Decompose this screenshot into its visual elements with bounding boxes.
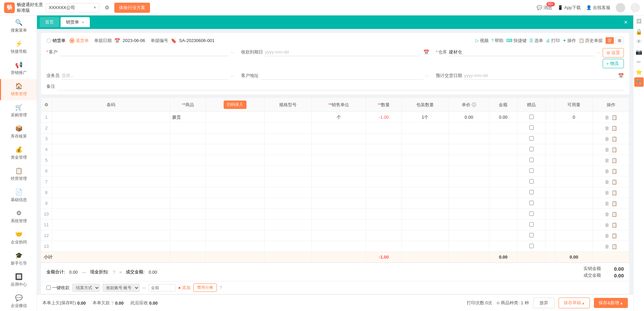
row-gift[interactable] — [517, 123, 545, 133]
save-new-button[interactable]: 保存&新增 ▲ — [594, 298, 628, 308]
select-action[interactable]: ☰ 选单 — [529, 38, 543, 44]
row-spec[interactable] — [264, 209, 311, 220]
payment-dots[interactable]: ··· — [142, 285, 146, 290]
right-panel-edit-icon[interactable]: ✏ — [634, 57, 644, 67]
company-selector[interactable]: XXXXXX公司 ▼ — [46, 3, 100, 12]
row-qty[interactable] — [366, 166, 402, 177]
row-spec[interactable] — [264, 123, 311, 133]
row-delete-icon[interactable]: 🗑 — [605, 222, 609, 228]
row-price[interactable] — [449, 177, 489, 187]
row-gift[interactable] — [517, 220, 545, 230]
row-product[interactable] — [170, 177, 205, 187]
row-qty[interactable] — [366, 209, 402, 220]
row-gift[interactable] — [517, 177, 545, 187]
row-copy-icon[interactable]: 📋 — [611, 179, 617, 185]
row-copy-icon[interactable]: 📋 — [611, 211, 617, 217]
row-product[interactable] — [170, 230, 205, 241]
row-delete-icon[interactable]: 🗑 — [605, 115, 609, 120]
total-owe-help-icon[interactable]: ? — [111, 301, 114, 306]
row-product[interactable] — [170, 241, 205, 252]
row-gift[interactable] — [517, 133, 545, 144]
row-qty[interactable] — [366, 241, 402, 252]
online-support-button[interactable]: 👤 在线客服 — [586, 5, 610, 11]
sidebar-item-sales[interactable]: 🏠 销售管理 — [0, 79, 37, 100]
row-gift[interactable] — [517, 230, 545, 241]
row-delete-icon[interactable]: 🗑 — [605, 125, 609, 131]
row-price[interactable] — [449, 133, 489, 144]
expense-split-button[interactable]: 费用分摊 — [193, 283, 217, 292]
row-copy-icon[interactable]: 📋 — [611, 115, 617, 120]
row-copy-icon[interactable]: 📋 — [611, 158, 617, 163]
row-price[interactable] — [449, 123, 489, 133]
tab-home[interactable]: 首页 — [40, 17, 59, 27]
row-qty[interactable] — [366, 177, 402, 187]
one-click-payment-checkbox[interactable]: 一键收款 — [46, 285, 70, 291]
row-spec[interactable] — [264, 144, 311, 155]
row-barcode[interactable] — [52, 220, 170, 230]
right-panel-tool-icon[interactable]: 🔧 — [634, 77, 644, 87]
row-spec[interactable] — [264, 112, 311, 123]
window-close-button[interactable]: ✕ — [621, 18, 631, 26]
settings-button[interactable]: ⚙ — [102, 3, 112, 12]
row-price[interactable] — [449, 220, 489, 230]
payment-account-select[interactable]: 收款账号 账号 — [103, 284, 140, 292]
cash-discount-help-icon[interactable]: ? — [113, 270, 115, 275]
save-draft-button[interactable]: 保存草稿 ▲ — [559, 298, 590, 308]
row-copy-icon[interactable]: 📋 — [611, 190, 617, 195]
payment-method-select[interactable]: 结算方式 — [72, 284, 100, 292]
sidebar-item-quick-nav[interactable]: ⚡ 快捷导航 — [0, 37, 37, 58]
row-product[interactable] — [170, 144, 205, 155]
row-spec[interactable] — [264, 133, 311, 144]
row-gift[interactable] — [517, 241, 545, 252]
row-product[interactable] — [170, 187, 205, 198]
row-gift[interactable] — [517, 166, 545, 177]
view-grid-button[interactable]: ⊞ — [615, 37, 624, 44]
history-action[interactable]: 📋 历史单据 — [579, 38, 603, 44]
row-barcode[interactable] — [52, 241, 170, 252]
row-qty[interactable] — [366, 144, 402, 155]
print-action[interactable]: 🖨 打印 — [546, 38, 560, 44]
warehouse-dots[interactable]: ··· — [596, 50, 600, 55]
row-delete-icon[interactable]: 🗑 — [605, 201, 609, 206]
row-delete-icon[interactable]: 🗑 — [605, 179, 609, 185]
sidebar-item-basic-info[interactable]: 📄 基础信息 — [0, 185, 37, 206]
expense-help-icon[interactable]: ? — [220, 285, 222, 290]
row-price[interactable]: 0.00 — [449, 112, 489, 123]
row-gift[interactable] — [517, 144, 545, 155]
row-qty[interactable] — [366, 230, 402, 241]
row-product[interactable] — [170, 166, 205, 177]
row-gift[interactable] — [517, 198, 545, 209]
row-product[interactable]: 拨贡 — [170, 112, 205, 123]
row-price[interactable] — [449, 166, 489, 177]
sidebar-item-finance[interactable]: 💰 资金管理 — [0, 143, 37, 164]
note-input[interactable] — [57, 82, 624, 90]
right-panel-star-icon[interactable]: ⭐ — [634, 67, 644, 77]
row-copy-icon[interactable]: 📋 — [611, 168, 617, 174]
radio-return-order[interactable]: 退货单 — [70, 38, 89, 44]
row-price[interactable] — [449, 209, 489, 220]
logistics-button[interactable]: + 物流 — [603, 59, 624, 68]
customer-address-input[interactable] — [261, 72, 423, 80]
row-delete-icon[interactable]: 🗑 — [605, 244, 609, 249]
right-panel-lock-icon[interactable]: 🔒 — [634, 27, 644, 36]
tab-close-button[interactable]: × — [82, 20, 84, 25]
row-spec[interactable] — [264, 241, 311, 252]
view-list-button[interactable]: ☰ — [605, 37, 614, 44]
row-delete-icon[interactable]: 🗑 — [605, 158, 609, 163]
row-product[interactable] — [170, 220, 205, 230]
row-barcode[interactable] — [52, 123, 170, 133]
right-panel-eye-icon[interactable]: 👁 — [634, 37, 644, 46]
row-spec[interactable] — [264, 166, 311, 177]
radio-sales-order[interactable]: 销货单 — [46, 38, 66, 44]
row-barcode[interactable] — [52, 198, 170, 209]
row-barcode[interactable] — [52, 155, 170, 166]
sidebar-item-guide[interactable]: 🎓 新手引导 — [0, 248, 37, 270]
row-copy-icon[interactable]: 📋 — [611, 222, 617, 228]
row-barcode[interactable] — [52, 209, 170, 220]
row-qty[interactable]: -1.00 — [366, 112, 402, 123]
salesperson-input[interactable] — [62, 72, 229, 80]
sidebar-item-purchase[interactable]: 🛒 采购管理 — [0, 100, 37, 121]
row-qty[interactable] — [366, 155, 402, 166]
row-delete-icon[interactable]: 🗑 — [605, 190, 609, 195]
row-barcode[interactable] — [52, 133, 170, 144]
